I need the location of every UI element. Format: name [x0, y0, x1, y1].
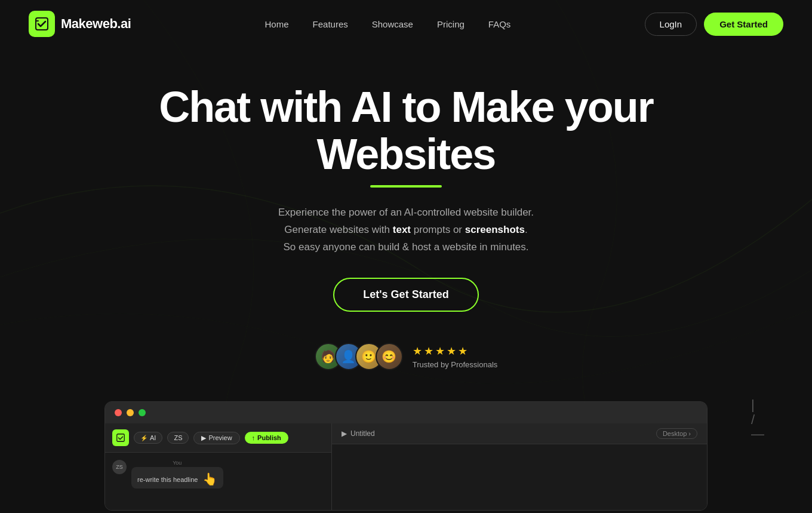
logo[interactable]: Makeweb.ai [29, 11, 131, 37]
subtitle-bold-screenshots: screenshots [465, 224, 525, 235]
play-icon: ▶ [201, 434, 206, 442]
nav-pricing[interactable]: Pricing [427, 14, 474, 34]
svg-rect-1 [117, 434, 124, 441]
star-1: ★ [413, 345, 422, 358]
mockup-content: ⚡ AI ZS ▶ Preview ↑ Publish [105, 423, 707, 510]
nav-actions: LogIn Get Started [645, 13, 783, 36]
desktop-badge: Desktop › [656, 428, 697, 439]
dot-yellow [127, 409, 134, 416]
lightning-icon: ⚡ [140, 435, 147, 441]
mockup-right-toolbar: ▶ Untitled Desktop › [332, 423, 707, 444]
toolbar-ai-badge: ⚡ AI [134, 432, 162, 444]
mockup-chat-area: ZS You re-write this headline 👆 [105, 453, 331, 496]
toolbar-publish-button[interactable]: ↑ Publish [245, 432, 288, 444]
stars-row: ★ ★ ★ ★ ★ [413, 345, 498, 358]
star-5: ★ [458, 345, 467, 358]
mockup-preview-canvas [332, 444, 707, 510]
trusted-text: Trusted by Professionals [413, 360, 498, 369]
hero-cta-button[interactable]: Let's Get Started [333, 278, 478, 312]
toolbar-zs-badge: ZS [167, 432, 189, 444]
chat-user-label: You [131, 460, 223, 466]
subtitle-bold-text: text [393, 224, 411, 235]
app-mockup: ⚡ AI ZS ▶ Preview ↑ Publish [104, 401, 708, 511]
hero-subtitle: Experience the power of an AI-controlled… [278, 204, 534, 256]
toolbar-logo [112, 429, 129, 446]
avatars-group: 🧑 👤 🙂 😊 [315, 343, 403, 370]
star-4: ★ [447, 345, 456, 358]
mockup-toolbar: ⚡ AI ZS ▶ Preview ↑ Publish [105, 423, 331, 453]
play-icon-right: ▶ [342, 429, 347, 438]
logo-text: Makeweb.ai [61, 16, 131, 32]
star-2: ★ [424, 345, 433, 358]
subtitle-line2-mid: prompts or [414, 224, 465, 235]
nav-links: Home Features Showcase Pricing FAQs [256, 14, 521, 34]
star-3: ★ [435, 345, 445, 358]
subtitle-line1: Experience the power of an AI-controlled… [278, 207, 534, 218]
social-proof: 🧑 👤 🙂 😊 ★ ★ ★ ★ ★ Trusted by Professiona… [315, 343, 498, 370]
mockup-titlebar [105, 402, 707, 423]
upload-icon: ↑ [252, 434, 256, 441]
subtitle-line2-start: Generate websites with [284, 224, 390, 235]
stars-area: ★ ★ ★ ★ ★ Trusted by Professionals [413, 345, 498, 369]
chat-user-avatar: ZS [112, 460, 127, 474]
cursor-hand-icon: 👆 [202, 472, 217, 486]
dot-red [115, 409, 122, 416]
mockup-left-panel: ⚡ AI ZS ▶ Preview ↑ Publish [105, 423, 332, 510]
chat-bubble: re-write this headline 👆 [131, 467, 223, 489]
hero-title: Chat with AI to Make your Websites [137, 84, 675, 178]
login-button[interactable]: LogIn [645, 13, 697, 36]
avatar-4: 😊 [376, 343, 403, 370]
nav-home[interactable]: Home [256, 14, 299, 34]
get-started-button[interactable]: Get Started [704, 13, 783, 36]
nav-showcase[interactable]: Showcase [362, 14, 423, 34]
chevron-right-icon: › [688, 430, 691, 437]
hero-underline [370, 185, 442, 188]
dot-green [139, 409, 146, 416]
nav-features[interactable]: Features [303, 14, 358, 34]
navbar: Makeweb.ai Home Features Showcase Pricin… [0, 0, 812, 48]
hero-section: Chat with AI to Make your Websites Exper… [0, 48, 812, 511]
toolbar-preview-button[interactable]: ▶ Preview [193, 432, 239, 444]
chat-message-item: ZS You re-write this headline 👆 [112, 460, 324, 489]
nav-faqs[interactable]: FAQs [479, 14, 521, 34]
preview-title-area: ▶ Untitled [342, 429, 375, 438]
subtitle-line3: So easy anyone can build & host a websit… [283, 241, 528, 253]
logo-icon [29, 11, 55, 37]
mockup-right-panel: ▶ Untitled Desktop › [332, 423, 707, 510]
